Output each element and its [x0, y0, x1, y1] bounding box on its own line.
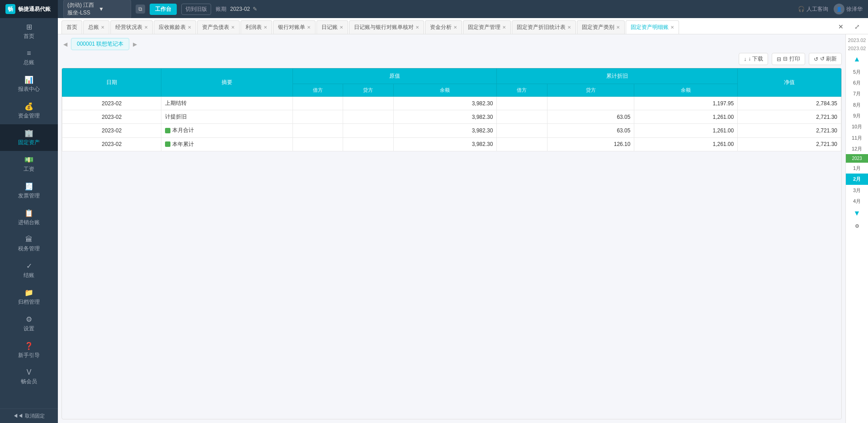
cell-net-value-1: 2,721.30 [738, 110, 841, 124]
sidebar-bottom-btn[interactable]: ◀◀ 取消固定 [0, 409, 58, 423]
refresh-button[interactable]: ↺ ↺ 刷新 [809, 53, 842, 65]
right-panel-month-1[interactable]: 6月 [846, 77, 868, 88]
tab-close-1[interactable]: ✕ [101, 25, 104, 30]
sidebar-item-3[interactable]: 💰资金管理 [0, 98, 58, 124]
tab-close-3[interactable]: ✕ [188, 25, 191, 30]
right-panel-month-after-1[interactable]: 2月 [846, 174, 868, 184]
tab-close-12[interactable]: ✕ [616, 25, 620, 30]
tab-close-7[interactable]: ✕ [340, 25, 343, 30]
sidebar-item-0[interactable]: ⊞首页 [0, 18, 58, 45]
tab-item-8[interactable]: 日记账与银行对账单核对✕ [349, 20, 424, 34]
tab-item-11[interactable]: 固定资产折旧统计表✕ [512, 20, 576, 34]
right-panel-month-after-0[interactable]: 1月 [846, 163, 868, 174]
cell-net-value-0: 2,784.35 [738, 97, 841, 110]
right-panel-month-6[interactable]: 11月 [846, 132, 868, 143]
cell-orig-credit-0 [343, 97, 393, 110]
sidebar-item-1[interactable]: ≡总账 [0, 45, 58, 71]
old-version-button[interactable]: 切到旧版 [181, 4, 211, 15]
user-name: 徐泽华 [846, 5, 863, 13]
sidebar-item-13[interactable]: V畅会员 [0, 364, 58, 390]
right-panel-month-after-2[interactable]: 3月 [846, 185, 868, 196]
sidebar-item-5[interactable]: 💵工资 [0, 151, 58, 178]
tab-close-5[interactable]: ✕ [264, 25, 267, 30]
dropdown-arrow-icon: ▼ [99, 6, 127, 12]
tab-label-12: 固定资产类别 [582, 24, 614, 31]
sidebar-item-2[interactable]: 📊报表中心 [0, 71, 58, 98]
sidebar-item-9[interactable]: ✓结账 [0, 257, 58, 284]
tab-expand-btn[interactable]: ⤢ [850, 21, 864, 32]
customer-service-btn[interactable]: 🎧 人工客询 [798, 5, 828, 13]
col-summary-header: 摘要 [161, 69, 293, 97]
tab-item-7[interactable]: 日记账✕ [316, 20, 348, 34]
period-edit-icon[interactable]: ✎ [253, 6, 257, 12]
tab-close-2[interactable]: ✕ [144, 25, 148, 30]
right-panel-year-date-1: 2023.02 [847, 44, 867, 52]
right-panel-month-3[interactable]: 8月 [846, 99, 868, 110]
sidebar-icon-1: ≡ [27, 49, 31, 57]
right-panel-settings-btn[interactable]: ⚙ [846, 221, 868, 231]
cell-date-0: 2023-02 [62, 97, 161, 110]
tab-close-9[interactable]: ✕ [453, 25, 457, 30]
tab-item-0[interactable]: 首页 [61, 20, 82, 34]
sidebar-icon-10: 📁 [24, 288, 33, 297]
tab-item-3[interactable]: 应收账龄表✕ [154, 20, 196, 34]
company-selector[interactable]: (勿动) 江西服坐-LSS ▼ [63, 0, 131, 19]
tab-label-9: 资金分析 [430, 24, 452, 31]
right-panel-month-5[interactable]: 10月 [846, 121, 868, 132]
print-button[interactable]: ⊟ ⊟ 打印 [772, 53, 805, 65]
cell-orig-debit-3 [292, 137, 343, 151]
avatar: 👤 [834, 4, 844, 14]
sub-tab-prev-btn[interactable]: ◀ [61, 41, 69, 47]
right-panel-month-2[interactable]: 7月 [846, 88, 868, 99]
sidebar-item-7[interactable]: 📋进销台账 [0, 204, 58, 231]
tab-item-9[interactable]: 资金分析✕ [425, 20, 462, 34]
tab-close-4[interactable]: ✕ [231, 25, 235, 30]
right-panel-month-7[interactable]: 12月 [846, 143, 868, 154]
sidebar-item-11[interactable]: ⚙设置 [0, 310, 58, 337]
table-row: 2023-02 本年累计 3,982.30 126.10 1,261.00 2,… [62, 137, 841, 151]
tab-close-8[interactable]: ✕ [415, 25, 419, 30]
tab-item-2[interactable]: 经营状况表✕ [110, 20, 153, 34]
sub-tab-next-btn[interactable]: ▶ [131, 41, 139, 47]
sidebar-item-12[interactable]: ❓新手引导 [0, 337, 58, 364]
tab-label-7: 日记账 [321, 24, 338, 31]
right-panel-month-after-3[interactable]: 4月 [846, 196, 868, 207]
tab-item-1[interactable]: 总账✕ [83, 20, 109, 34]
tab-item-13[interactable]: 固定资产明细账✕ [626, 20, 679, 34]
sidebar-label-12: 新手引导 [18, 352, 40, 359]
tab-close-10[interactable]: ✕ [502, 25, 506, 30]
period-up-btn[interactable]: ▲ [846, 52, 868, 66]
tab-close-13[interactable]: ✕ [670, 25, 674, 30]
right-panel-month-4[interactable]: 9月 [846, 110, 868, 121]
sidebar-label-10: 归档管理 [18, 298, 40, 306]
tab-label-2: 经营状况表 [115, 24, 142, 31]
right-panel-month-0[interactable]: 5月 [846, 66, 868, 77]
user-menu[interactable]: 👤 徐泽华 [834, 4, 863, 14]
sidebar-label-7: 进销台账 [18, 219, 40, 226]
cell-orig-debit-1 [292, 110, 343, 124]
tab-item-5[interactable]: 利润表✕ [241, 20, 272, 34]
tab-item-10[interactable]: 固定资产管理✕ [463, 20, 511, 34]
download-button[interactable]: ↓ ↓ 下载 [739, 53, 768, 65]
workbench-button[interactable]: 工作台 [150, 4, 177, 15]
cell-summary-2: 本月合计 [161, 124, 293, 138]
cell-acc-credit-1: 63.05 [547, 110, 634, 124]
sidebar-item-10[interactable]: 📁归档管理 [0, 284, 58, 310]
cell-acc-credit-0 [547, 97, 634, 110]
tab-close-all-btn[interactable]: ✕ [834, 21, 848, 32]
copy-button[interactable]: ⧉ [136, 5, 145, 14]
sub-tab-item-0[interactable]: 000001 联想笔记本 [71, 38, 129, 50]
sidebar-item-6[interactable]: 🧾发票管理 [0, 178, 58, 204]
period-down-btn[interactable]: ▼ [846, 207, 868, 221]
tab-close-6[interactable]: ✕ [307, 25, 311, 30]
tab-item-6[interactable]: 银行对账单✕ [273, 20, 316, 34]
sidebar-item-8[interactable]: 🏛税务管理 [0, 231, 58, 257]
cell-orig-debit-2 [292, 124, 343, 138]
cell-acc-debit-3 [497, 137, 547, 151]
tab-item-4[interactable]: 资产负债表✕ [197, 20, 240, 34]
sidebar-icon-9: ✓ [26, 262, 32, 270]
col-date-header: 日期 [62, 69, 161, 97]
sidebar-item-4[interactable]: 🏢固定资产 [0, 124, 58, 151]
tab-close-11[interactable]: ✕ [567, 25, 571, 30]
tab-item-12[interactable]: 固定资产类别✕ [577, 20, 625, 34]
